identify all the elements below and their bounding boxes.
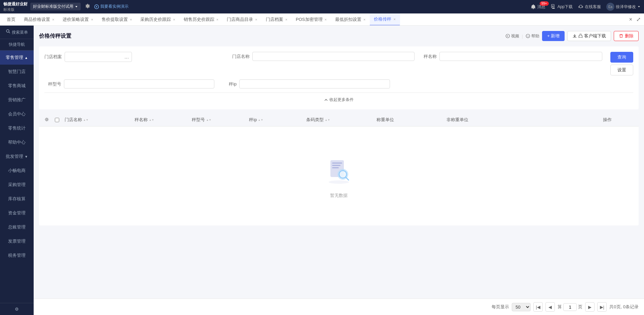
tab-store-file[interactable]: 门店档案 × [262, 13, 292, 26]
table-select-all[interactable] [52, 118, 62, 122]
per-page-select[interactable]: 10 20 50 100 [512, 303, 531, 311]
delete-button[interactable]: 删除 [614, 31, 639, 41]
select-all-checkbox[interactable] [55, 118, 59, 122]
tab-sale-history[interactable]: 销售历史价跟踪 × [180, 13, 223, 26]
sort-icon[interactable]: ▲▼ [83, 118, 88, 121]
tab-close-sale-price[interactable]: × [130, 18, 132, 22]
first-page-button[interactable]: |◀ [533, 302, 543, 312]
tab-close-min-discount[interactable]: × [363, 18, 365, 22]
tab-home[interactable]: 首页 [3, 13, 20, 26]
divider: | [522, 34, 523, 39]
online-service-button[interactable]: 在线客服 [578, 4, 601, 10]
col-scale-name: 秤名称 ▲▼ [132, 113, 189, 126]
tab-controls: × ⤢ [629, 15, 641, 23]
sidebar-item-purchase-manage[interactable]: 采购管理 [0, 178, 34, 192]
notifications-button[interactable]: 消息 99+ [531, 4, 545, 10]
download-icon [572, 34, 577, 38]
tab-store-catalog[interactable]: 门店商品目录 × [223, 13, 261, 26]
tab-close-pos-manage[interactable]: × [325, 18, 327, 22]
sidebar-item-retail-manage[interactable]: 零售管理 ▲ [0, 50, 34, 65]
sidebar-item-tax-manage[interactable]: 税务管理 [0, 248, 34, 262]
scale-ip-input[interactable] [239, 79, 390, 89]
help-link[interactable]: ? 帮助 [526, 33, 539, 39]
collapse-button[interactable]: 收起更多条件 [44, 96, 633, 104]
tab-bar: 首页 商品价格设置 × 进价策略设置 × 售价提取设置 × 采购历史价跟踪 × … [0, 13, 644, 26]
scale-model-field: 秤型号 [44, 79, 214, 89]
tab-close-current[interactable]: × [629, 16, 633, 23]
sidebar: 搜索菜单 快捷导航 零售管理 ▲ 智慧门店 零售商城 营销推广 [0, 26, 34, 315]
tab-price-setting[interactable]: 商品价格设置 × [20, 13, 59, 26]
app-download-button[interactable]: App下载 [551, 4, 573, 10]
tab-pos-manage[interactable]: POS加密管理 × [292, 13, 331, 26]
tab-price-scale[interactable]: 价格传秤 × [370, 13, 400, 26]
tab-close-store-catalog[interactable]: × [255, 18, 257, 22]
sidebar-nav: 零售管理 ▲ 智慧门店 零售商城 营销推广 会员中心 零售统计 [0, 50, 34, 303]
user-menu[interactable]: Ea 徐泽华修改 [606, 3, 641, 11]
prev-page-button[interactable]: ◀ [545, 302, 555, 312]
video-icon [505, 34, 510, 38]
tab-close-price-setting[interactable]: × [52, 18, 54, 22]
sort-icon[interactable]: ▲▼ [206, 118, 211, 121]
store-file-select[interactable]: ... [65, 52, 132, 62]
demo-link[interactable]: 我要看实例演示 [94, 4, 129, 9]
video-link[interactable]: 视频 [505, 33, 519, 39]
version-selector[interactable]: 好业财标准版交付试用 [30, 3, 81, 10]
tab-close-price-scale[interactable]: × [393, 17, 395, 21]
sidebar-item-batch-manage[interactable]: 批发管理 ▼ [0, 149, 34, 164]
tab-min-discount[interactable]: 最低折扣设置 × [331, 13, 370, 26]
tab-sale-price[interactable]: 售价提取设置 × [98, 13, 136, 26]
sidebar-item-general-ledger[interactable]: 总账管理 [0, 220, 34, 234]
table-settings-button[interactable] [42, 114, 52, 126]
sidebar-item-capital-manage[interactable]: 资金管理 [0, 206, 34, 220]
scale-name-input[interactable] [439, 52, 602, 61]
svg-rect-13 [332, 167, 339, 168]
sidebar-item-retail-mall[interactable]: 零售商城 [0, 79, 34, 93]
last-page-button[interactable]: ▶| [597, 302, 607, 312]
trash-icon [619, 34, 623, 38]
sidebar-item-retail-stats[interactable]: 零售统计 [0, 121, 34, 135]
sidebar-item-smart-store[interactable]: 智慧门店 [0, 65, 34, 79]
sort-icon[interactable]: ▲▼ [325, 118, 330, 121]
sidebar-item-marketing[interactable]: 营销推广 [0, 93, 34, 107]
total-info: 共0页, 0条记录 [609, 304, 639, 310]
tab-purchase-history[interactable]: 采购历史价跟踪 × [136, 13, 179, 26]
play-icon [94, 4, 99, 9]
sort-icon[interactable]: ▲▼ [149, 118, 154, 121]
sidebar-item-xc-ecom[interactable]: 小畅电商 [0, 164, 34, 178]
add-button[interactable]: + 新增 [542, 31, 565, 41]
download-client-button[interactable]: 凸 客户端下载 [567, 31, 611, 41]
tab-maximize[interactable]: ⤢ [636, 15, 641, 23]
sort-icon[interactable]: ▲▼ [258, 118, 263, 121]
sidebar-item-invoice-manage[interactable]: 发票管理 [0, 234, 34, 248]
tab-purchase-strategy[interactable]: 进价策略设置 × [59, 13, 97, 26]
tab-close-store-file[interactable]: × [285, 18, 287, 22]
settings-query-button[interactable]: 设置 [610, 65, 633, 75]
help-icon: ? [526, 34, 530, 38]
sidebar-item-help-center[interactable]: 帮助中心 [0, 135, 34, 149]
store-name-field: 门店名称 [232, 52, 415, 61]
sidebar-settings-button[interactable]: ⚙ [0, 303, 34, 315]
ellipsis-icon[interactable]: ... [124, 54, 129, 60]
page-number-input[interactable] [563, 303, 577, 311]
next-page-button[interactable]: ▶ [585, 302, 595, 312]
sidebar-item-stock-settle[interactable]: 库存核算 [0, 192, 34, 206]
sidebar-item-member-center[interactable]: 会员中心 [0, 107, 34, 121]
per-page-label: 每页显示 [492, 304, 509, 310]
form-row-2: 秤型号 秤ip [44, 79, 633, 89]
sidebar-quick-nav[interactable]: 快捷导航 [0, 39, 34, 50]
main-layout: 搜索菜单 快捷导航 零售管理 ▲ 智慧门店 零售商城 营销推广 [0, 26, 644, 315]
scale-model-input[interactable] [64, 79, 214, 89]
tab-close-purchase-history[interactable]: × [173, 18, 175, 22]
settings-icon [44, 117, 49, 122]
tab-close-sale-history[interactable]: × [216, 18, 218, 22]
topbar-settings-button[interactable] [83, 2, 92, 11]
store-name-input[interactable] [252, 52, 415, 61]
download-icon [551, 4, 556, 9]
tab-close-purchase-strategy[interactable]: × [91, 18, 93, 22]
chevron-down-icon [637, 5, 641, 8]
sidebar-search[interactable]: 搜索菜单 [0, 26, 34, 39]
col-store-name: 门店名称 ▲▼ [62, 113, 132, 126]
scale-ip-field: 秤ip [220, 79, 390, 89]
query-button[interactable]: 查询 [610, 52, 633, 63]
bell-icon [531, 4, 536, 9]
